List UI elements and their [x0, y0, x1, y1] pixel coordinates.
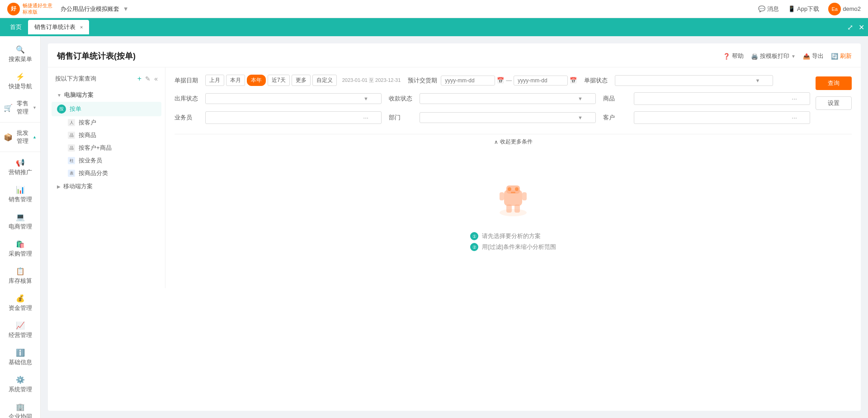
- sidebar-item-search[interactable]: 🔍 搜索菜单: [0, 41, 40, 68]
- tabbar: 首页 销售订单统计表 × ⤢ ✕: [0, 18, 868, 36]
- date-btn-this-year[interactable]: 本年: [247, 75, 266, 86]
- filter-department-group: 部门 ▼: [389, 112, 596, 123]
- calendar-from-icon[interactable]: 📅: [497, 77, 504, 84]
- collapse-filters-button[interactable]: ∧ 收起更多条件: [494, 138, 533, 146]
- tab-close-icon[interactable]: ×: [80, 24, 83, 30]
- quick-nav-icon: ⚡: [16, 72, 25, 81]
- scheme-by-salesperson[interactable]: 柱 按业务员: [52, 154, 161, 167]
- sidebar-item-finance[interactable]: 💰 资金管理: [0, 290, 40, 317]
- scheme-product-icon: 品: [68, 132, 75, 139]
- print-dropdown-icon[interactable]: ▼: [791, 54, 796, 59]
- right-panel: 单据日期 上月 本月 本年 近7天 更多 自定义: [165, 67, 861, 288]
- help-button[interactable]: ❓ 帮助: [723, 52, 744, 60]
- sidebar-item-purchase[interactable]: 🛍️ 采购管理: [0, 235, 40, 262]
- sidebar-item-retail[interactable]: 🛒 零售管理 ▼: [0, 95, 40, 120]
- edit-scheme-icon[interactable]: ✎: [145, 75, 151, 82]
- tab-expand-icon[interactable]: ⤢ ✕: [847, 23, 864, 32]
- scheme-by-customer-product[interactable]: 品 按客户+商品: [52, 142, 161, 154]
- customer-select-wrapper: ···: [634, 111, 810, 124]
- tab-home[interactable]: 首页: [4, 20, 28, 34]
- date-btn-more[interactable]: 更多: [292, 75, 311, 86]
- svg-rect-8: [506, 204, 512, 213]
- sidebar-item-ecom[interactable]: 💻 电商管理: [0, 208, 40, 235]
- print-button[interactable]: 🖨️ 按模板打印 ▼: [751, 52, 796, 60]
- collapse-panel-icon[interactable]: «: [154, 75, 158, 82]
- status-select-arrow: ▼: [755, 78, 760, 83]
- window-close-icon: ✕: [859, 24, 864, 31]
- customer-select[interactable]: ···: [634, 111, 810, 124]
- pc-schemes-category[interactable]: ▼ 电脑端方案: [52, 88, 161, 102]
- payment-status-select[interactable]: ▼: [420, 93, 596, 104]
- query-button[interactable]: 查询: [816, 76, 852, 90]
- filter-payment-status-group: 收款状态 ▼: [389, 93, 596, 104]
- payment-status-select-wrapper: ▼: [420, 93, 596, 104]
- department-select[interactable]: ▼: [420, 112, 596, 123]
- sidebar-item-operations[interactable]: 📈 经营管理: [0, 317, 40, 344]
- message-button[interactable]: 💬 消息: [758, 5, 779, 13]
- scheme-by-customer[interactable]: 人 按客户: [52, 116, 161, 129]
- department-label: 部门: [389, 114, 416, 122]
- expected-date-inputs: 📅 — 📅: [441, 76, 577, 86]
- tab-sales-order-stats[interactable]: 销售订单统计表 ×: [28, 20, 89, 34]
- mobile-schemes-section[interactable]: ▶ 移动端方案: [52, 180, 161, 193]
- product-select[interactable]: ···: [634, 92, 810, 105]
- date-btn-last-month[interactable]: 上月: [205, 75, 224, 86]
- date-label: 单据日期: [175, 76, 202, 85]
- sidebar-item-quick-nav[interactable]: ⚡ 快捷导航: [0, 68, 40, 95]
- marketing-icon: 📢: [16, 158, 25, 167]
- user-profile[interactable]: Ea demo2: [828, 3, 861, 15]
- expected-date-label: 预计交货期: [408, 76, 437, 85]
- export-button[interactable]: 📤 导出: [803, 52, 824, 60]
- app-title-dropdown-icon[interactable]: ▼: [123, 5, 129, 12]
- sidebar-item-inventory[interactable]: 📋 库存核算: [0, 262, 40, 290]
- sidebar-item-system[interactable]: ⚙️ 系统管理: [0, 371, 40, 398]
- customer-label: 客户: [603, 114, 630, 122]
- sidebar: 🔍 搜索菜单 ⚡ 快捷导航 🛒 零售管理 ▼ 📦 批发管理 ▲ 📢 营销推广: [0, 36, 41, 418]
- status-select[interactable]: ▼: [615, 75, 773, 86]
- scheme-by-product[interactable]: 品 按商品: [52, 129, 161, 142]
- chevron-down-icon: ▼: [33, 105, 37, 110]
- status-select-wrapper: ▼: [615, 75, 773, 86]
- expected-date-to-input[interactable]: [514, 76, 568, 86]
- date-btn-custom[interactable]: 自定义: [312, 75, 337, 86]
- app-download-button[interactable]: 📱 App下载: [788, 5, 819, 13]
- scheme-by-product-category[interactable]: 表 按商品分类: [52, 167, 161, 180]
- out-status-select[interactable]: ▼: [205, 93, 382, 104]
- window-expand-icon: ⤢: [847, 24, 853, 31]
- chevron-up-icon: ▲: [33, 135, 37, 139]
- help-icon: ❓: [723, 53, 730, 60]
- action-bar: 查询 设置: [816, 76, 852, 110]
- sidebar-item-enterprise[interactable]: 🏢 企业协同: [0, 398, 40, 418]
- svg-rect-7: [522, 192, 527, 200]
- page-actions: ❓ 帮助 🖨️ 按模板打印 ▼ 📤 导出 🔄 刷新: [723, 52, 852, 60]
- svg-rect-5: [511, 192, 515, 193]
- step1-number: ①: [470, 232, 478, 240]
- customer-select-dots: ···: [792, 114, 797, 121]
- calendar-to-icon[interactable]: 📅: [570, 77, 577, 84]
- system-icon: ⚙️: [16, 375, 25, 384]
- date-btn-last-7[interactable]: 近7天: [268, 75, 290, 86]
- filter-row-2: 出库状态 ▼ 收款状态: [175, 92, 810, 105]
- scheme-by-order[interactable]: 按 按单: [52, 102, 161, 116]
- refresh-button[interactable]: 🔄 刷新: [831, 52, 852, 60]
- date-range-text: 2023-01-01 至 2023-12-31: [342, 77, 401, 84]
- add-scheme-icon[interactable]: +: [137, 75, 142, 83]
- sidebar-item-marketing[interactable]: 📢 营销推广: [0, 154, 40, 181]
- date-btn-this-month[interactable]: 本月: [226, 75, 245, 86]
- settings-button[interactable]: 设置: [816, 96, 852, 110]
- enterprise-icon: 🏢: [16, 403, 25, 411]
- payment-status-arrow: ▼: [578, 96, 583, 101]
- salesperson-select[interactable]: ···: [205, 111, 382, 124]
- sidebar-item-sales[interactable]: 📊 销售管理: [0, 181, 40, 208]
- sidebar-item-basic[interactable]: ℹ️ 基础信息: [0, 344, 40, 371]
- scheme-cust-prod-icon: 品: [68, 144, 75, 152]
- expected-date-from-input[interactable]: [441, 76, 495, 86]
- purchase-icon: 🛍️: [16, 240, 25, 248]
- chevron-right-icon: ▶: [57, 184, 61, 189]
- payment-status-label: 收款状态: [389, 95, 416, 103]
- print-icon: 🖨️: [751, 53, 758, 60]
- topbar: 好 畅捷通好生意 标准版 办公用品行业模拟账套 ▼ 💬 消息 📱 App下载 E…: [0, 0, 868, 18]
- finance-icon: 💰: [16, 294, 25, 303]
- sidebar-item-wholesale[interactable]: 📦 批发管理 ▲: [0, 124, 40, 150]
- topbar-left: 好 畅捷通好生意 标准版 办公用品行业模拟账套 ▼: [7, 3, 129, 15]
